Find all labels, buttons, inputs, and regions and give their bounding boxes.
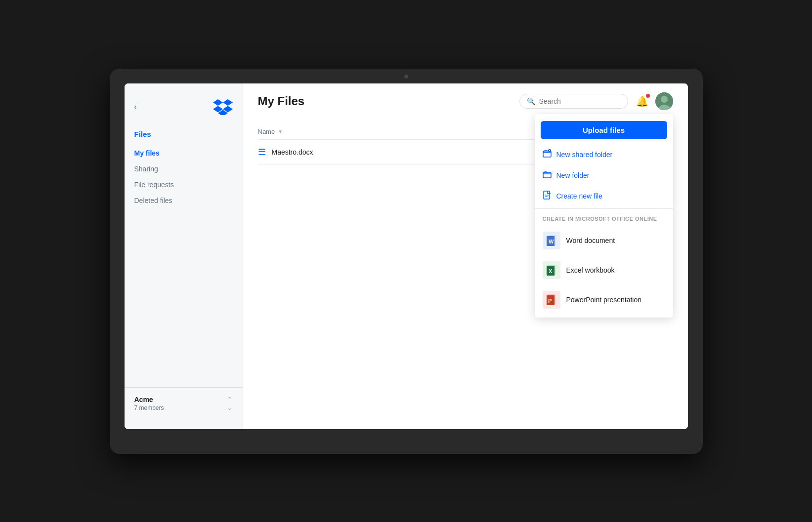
collapse-button[interactable]: ‹ bbox=[134, 103, 137, 111]
sidebar-item-deleted-files[interactable]: Deleted files bbox=[125, 193, 243, 208]
sidebar-header: ‹ bbox=[125, 93, 243, 125]
powerpoint-action[interactable]: P PowerPoint presentation bbox=[535, 285, 673, 315]
workspace-name: Acme bbox=[134, 396, 164, 403]
avatar-image bbox=[655, 92, 673, 110]
top-bar-actions: 🔔 bbox=[636, 92, 673, 110]
upload-files-button[interactable]: Upload files bbox=[541, 121, 667, 139]
sidebar-item-my-files[interactable]: My files bbox=[125, 145, 243, 161]
svg-rect-5 bbox=[543, 172, 551, 178]
ms-section-label: CREATE IN MICROSOFT OFFICE ONLINE bbox=[535, 214, 673, 226]
new-folder-action[interactable]: New folder bbox=[535, 165, 673, 186]
file-doc-icon: ☰ bbox=[258, 147, 266, 158]
laptop-screen: ‹ Files My files Sharing File requests D… bbox=[125, 83, 688, 429]
excel-icon: X bbox=[543, 261, 560, 279]
file-name: Maestro.docx bbox=[272, 148, 559, 156]
workspace-expand-icon[interactable]: ⌃⌄ bbox=[227, 396, 233, 411]
page-title: My Files bbox=[258, 94, 519, 108]
excel-workbook-label: Excel workbook bbox=[566, 266, 615, 274]
laptop-frame: ‹ Files My files Sharing File requests D… bbox=[110, 69, 703, 454]
main-content: My Files 🔍 🔔 bbox=[243, 83, 688, 429]
create-new-file-label: Create new file bbox=[556, 192, 602, 200]
ms-office-section: CREATE IN MICROSOFT OFFICE ONLINE W bbox=[535, 208, 673, 318]
dropdown-menu: Upload files New shared folder bbox=[535, 114, 673, 318]
new-shared-folder-action[interactable]: New shared folder bbox=[535, 144, 673, 165]
search-input[interactable] bbox=[539, 97, 613, 105]
sidebar-item-file-requests[interactable]: File requests bbox=[125, 177, 243, 193]
excel-workbook-action[interactable]: X Excel workbook bbox=[535, 255, 673, 285]
sidebar-files-label: Files bbox=[125, 125, 243, 141]
folder-icon bbox=[543, 170, 552, 181]
workspace-info: Acme 7 members bbox=[134, 396, 164, 411]
svg-text:W: W bbox=[549, 239, 554, 244]
workspace-members: 7 members bbox=[134, 404, 164, 411]
search-bar[interactable]: 🔍 bbox=[519, 94, 628, 109]
svg-text:P: P bbox=[548, 298, 552, 304]
avatar[interactable] bbox=[655, 92, 673, 110]
svg-point-1 bbox=[661, 96, 668, 103]
sidebar: ‹ Files My files Sharing File requests D… bbox=[125, 83, 243, 429]
create-new-file-action[interactable]: Create new file bbox=[535, 186, 673, 206]
camera-dot bbox=[404, 75, 408, 79]
sidebar-item-sharing[interactable]: Sharing bbox=[125, 161, 243, 177]
sidebar-nav: My files Sharing File requests Deleted f… bbox=[125, 141, 243, 212]
sidebar-footer: Acme 7 members ⌃⌄ bbox=[125, 387, 243, 419]
word-document-action[interactable]: W Word document bbox=[535, 226, 673, 255]
new-folder-label: New folder bbox=[556, 171, 590, 179]
notification-bell-icon[interactable]: 🔔 bbox=[636, 95, 648, 107]
svg-text:X: X bbox=[549, 268, 553, 274]
word-document-label: Word document bbox=[566, 237, 615, 244]
new-shared-folder-label: New shared folder bbox=[556, 151, 613, 159]
search-icon: 🔍 bbox=[527, 97, 535, 105]
shared-folder-icon bbox=[543, 149, 552, 160]
powerpoint-label: PowerPoint presentation bbox=[566, 296, 642, 304]
word-icon: W bbox=[543, 232, 560, 249]
notification-badge bbox=[646, 94, 650, 98]
top-bar: My Files 🔍 🔔 bbox=[243, 83, 688, 119]
powerpoint-icon: P bbox=[543, 291, 560, 309]
sort-name-icon: ▼ bbox=[278, 129, 283, 134]
dropbox-logo bbox=[213, 98, 233, 115]
workspace-row: Acme 7 members ⌃⌄ bbox=[134, 396, 233, 411]
column-name[interactable]: Name ▼ bbox=[258, 128, 574, 135]
file-icon bbox=[543, 191, 552, 201]
